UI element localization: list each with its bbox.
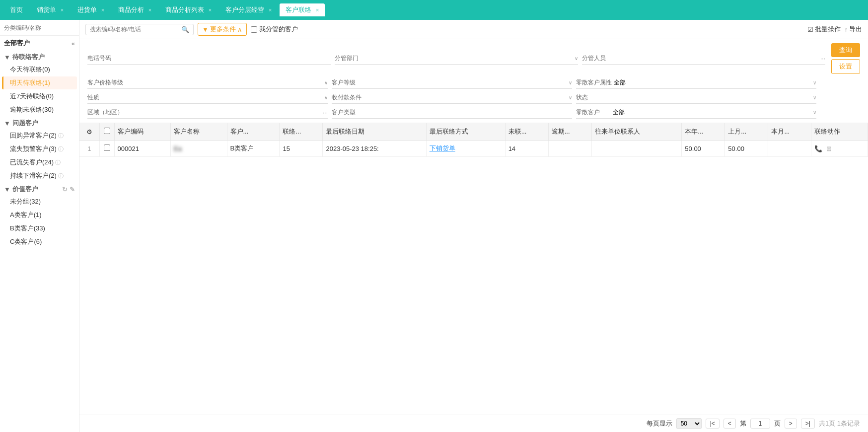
col-uncontacted[interactable]: 未联... <box>505 123 548 141</box>
close-customer-contact-icon[interactable]: × <box>316 7 319 13</box>
sidebar-item-churn-warning[interactable]: 流失预警客户(3) ⓘ <box>2 143 77 155</box>
first-page-btn[interactable]: |< <box>706 419 720 429</box>
close-purchase-order-icon[interactable]: × <box>101 7 104 13</box>
sidebar-item-today-contact[interactable]: 今天待联络(0) <box>2 63 77 76</box>
col-contact-count[interactable]: 联络... <box>280 123 323 141</box>
branch-person-label: 分管人员 <box>582 54 617 63</box>
bottom-bar: 每页显示 50 100 200 |< < 第 页 > >| 共1页 1条记录 <box>79 415 868 432</box>
row-contact-person <box>591 141 682 157</box>
col-contact-person[interactable]: 往来单位联系人 <box>591 123 682 141</box>
close-product-analysis-icon[interactable]: × <box>148 7 151 13</box>
col-last-month[interactable]: 上月... <box>725 123 768 141</box>
select-all-checkbox[interactable] <box>104 128 110 134</box>
nav-product-analysis[interactable]: 商品分析 × <box>112 3 157 16</box>
row-type: B类客户 <box>227 141 280 157</box>
gender-label: 性质 <box>87 93 122 102</box>
col-last-contact-method[interactable]: 最后联络方式 <box>426 123 505 141</box>
my-customers-checkbox[interactable] <box>251 26 257 33</box>
sidebar-collapse-icon[interactable]: « <box>72 40 75 47</box>
sidebar-group-value-customers[interactable]: ▼ 价值客户 ↻ ✎ <box>0 183 79 195</box>
sidebar-item-churned[interactable]: 已流失客户(24) ⓘ <box>2 156 77 169</box>
sidebar-item-overdue-contact[interactable]: 逾期未联络(30) <box>2 103 77 116</box>
nav-home[interactable]: 首页 <box>4 3 29 16</box>
col-overdue[interactable]: 逾期... <box>548 123 591 141</box>
sidebar: 🔍 全部客户 « ▼ 待联络客户 今天待联络(0) 明天待联络(1) 近7天待联… <box>0 20 79 432</box>
nav-customer-segmentation[interactable]: 客户分层经营 × <box>219 3 278 16</box>
sidebar-item-class-c[interactable]: C类客户(6) <box>2 235 77 248</box>
refresh-icon[interactable]: ↻ <box>62 186 68 193</box>
row-name[interactable]: Ea <box>171 141 227 157</box>
prev-page-btn[interactable]: < <box>723 419 736 429</box>
col-last-contact-date[interactable]: 最后联络日期 <box>323 123 426 141</box>
last-contact-method-link[interactable]: 下销货单 <box>430 144 455 152</box>
sidebar-item-declining[interactable]: 持续下滑客户(2) ⓘ <box>2 169 77 182</box>
branch-dept-dropdown-icon[interactable]: ∨ <box>575 56 578 61</box>
col-check[interactable] <box>99 123 114 141</box>
retail-customer-dropdown[interactable]: ∨ <box>813 110 816 115</box>
top-navigation: 首页 销货单 × 进货单 × 商品分析 × 商品分析列表 × 客户分层经营 × … <box>0 0 868 20</box>
row-check[interactable] <box>99 141 114 157</box>
sidebar-item-repurchase-anomaly[interactable]: 回购异常客户(2) ⓘ <box>2 129 77 142</box>
main-search-icon[interactable]: 🔍 <box>181 26 189 33</box>
row-code[interactable]: 000021 <box>114 141 171 157</box>
sidebar-item-tomorrow-contact[interactable]: 明天待联络(1) <box>2 76 77 89</box>
grid-action-icon[interactable]: ⊞ <box>826 145 832 152</box>
nav-purchase-order[interactable]: 进货单 × <box>72 3 110 16</box>
customer-type-label: 客户类型 <box>332 108 366 117</box>
col-setting[interactable]: ⚙ <box>79 123 99 141</box>
filter-row-3: 性质 ∨ 收付款条件 ∨ 状态 ∨ <box>87 92 860 104</box>
close-product-analysis-list-icon[interactable]: × <box>209 7 212 13</box>
phone-action-icon[interactable]: 📞 <box>814 145 822 152</box>
status-label: 状态 <box>576 93 611 102</box>
nav-sales-order[interactable]: 销货单 × <box>31 3 70 16</box>
branch-person-more-icon[interactable]: ··· <box>820 55 825 62</box>
next-page-btn[interactable]: > <box>785 419 797 429</box>
sidebar-item-class-a[interactable]: A类客户(1) <box>2 209 77 221</box>
retail-attr-dropdown[interactable]: ∨ <box>813 80 816 85</box>
sidebar-all-customers[interactable]: 全部客户 « <box>0 36 79 51</box>
all-customers-label: 全部客户 <box>4 39 30 48</box>
col-customer-code[interactable]: 客户编码 <box>114 123 171 141</box>
area-more-icon[interactable]: ··· <box>323 109 328 116</box>
right-actions: ☑ 批量操作 ↑ 导出 <box>807 25 863 34</box>
row-last-contact-method[interactable]: 下销货单 <box>426 141 505 157</box>
close-sales-order-icon[interactable]: × <box>61 7 64 13</box>
sidebar-item-class-b[interactable]: B类客户(33) <box>2 222 77 235</box>
main-search-input[interactable] <box>90 26 179 33</box>
customer-price-level-dropdown[interactable]: ∨ <box>324 80 328 85</box>
col-action[interactable]: 联络动作 <box>811 123 868 141</box>
query-btn[interactable]: 查询 <box>831 43 860 57</box>
col-current-year[interactable]: 本年... <box>682 123 725 141</box>
row-checkbox[interactable] <box>104 144 110 151</box>
customer-level-dropdown[interactable]: ∨ <box>569 80 572 85</box>
filter-icon: ▼ <box>202 26 209 33</box>
col-customer-type[interactable]: 客户... <box>227 123 280 141</box>
problem-customers-arrow: ▼ <box>4 120 10 127</box>
close-customer-segmentation-icon[interactable]: × <box>269 7 272 13</box>
my-customers-filter[interactable]: 我分管的客户 <box>251 25 298 34</box>
col-customer-name[interactable]: 客户名称 <box>171 123 227 141</box>
info-icon-3: ⓘ <box>55 159 61 165</box>
content-area: 🔍 ▼ 更多条件 ∧ 我分管的客户 ☑ 批量操作 ↑ 导出 <box>79 20 868 432</box>
nav-product-analysis-list[interactable]: 商品分析列表 × <box>159 3 217 16</box>
payment-terms-dropdown[interactable]: ∨ <box>569 95 572 100</box>
per-page-select[interactable]: 50 100 200 <box>676 418 702 429</box>
export-btn[interactable]: ↑ 导出 <box>845 25 863 34</box>
setting-btn[interactable]: 设置 <box>831 59 860 74</box>
export-icon: ↑ <box>845 26 848 33</box>
sidebar-group-problem-customers[interactable]: ▼ 问题客户 <box>0 117 79 129</box>
edit-icon[interactable]: ✎ <box>70 186 75 193</box>
page-input[interactable] <box>750 419 770 429</box>
status-dropdown[interactable]: ∨ <box>813 95 816 100</box>
more-conditions-btn[interactable]: ▼ 更多条件 ∧ <box>198 23 247 36</box>
nav-customer-contact[interactable]: 客户联络 × <box>280 3 325 16</box>
sidebar-group-pending-contact[interactable]: ▼ 待联络客户 <box>0 51 79 63</box>
sidebar-item-ungrouped[interactable]: 未分组(32) <box>2 195 77 208</box>
row-overdue <box>548 141 591 157</box>
last-page-btn[interactable]: >| <box>801 419 815 429</box>
batch-operation-btn[interactable]: ☑ 批量操作 <box>807 25 841 34</box>
col-current-month[interactable]: 本月... <box>768 123 811 141</box>
sidebar-item-7day-contact[interactable]: 近7天待联络(0) <box>2 90 77 103</box>
sidebar-search-input[interactable] <box>4 24 78 31</box>
gender-dropdown[interactable]: ∨ <box>324 95 328 100</box>
